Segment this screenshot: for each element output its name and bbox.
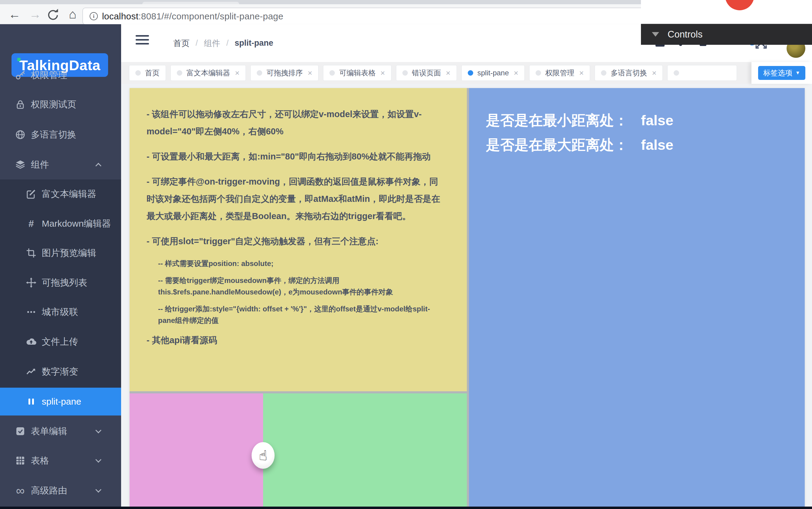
address-bar[interactable]: i localhost:8081/#/component/split-pane-…	[83, 7, 645, 25]
tag-permission[interactable]: 权限管理 ×	[529, 65, 590, 81]
sidebar-item-table[interactable]: 表格	[0, 447, 121, 475]
close-icon[interactable]: ×	[235, 68, 239, 78]
close-icon[interactable]: ×	[380, 68, 385, 78]
red-circle-icon[interactable]	[725, 0, 754, 10]
sidebar-item-label: 权限管理	[31, 69, 67, 81]
custom-drag-trigger[interactable]: ☝	[252, 442, 274, 469]
tag-dot-icon	[674, 70, 679, 76]
close-icon[interactable]: ×	[307, 68, 312, 78]
sidebar-item-advanced-router[interactable]: ∞ 高级路由	[0, 477, 121, 505]
tag-dot-icon	[329, 70, 335, 76]
tag-options-panel: 标签选项 ▼	[751, 62, 812, 84]
tag-home[interactable]: 首页	[129, 65, 166, 81]
close-icon[interactable]: ×	[652, 68, 656, 78]
ellipsis-icon	[26, 306, 37, 318]
sidebar-item-form-edit[interactable]: 表单编辑	[0, 417, 121, 445]
split-left-top-pane: - 该组件可以拖动修改左右尺寸，还可以绑定v-model来设置，如设置v-mod…	[130, 88, 467, 391]
chevron-down-icon	[95, 456, 101, 463]
at-max-label: 是否是在最大距离处：	[486, 137, 628, 153]
sidebar-item-label: 数字渐变	[42, 366, 78, 378]
tag-split-pane[interactable]: split-pane ×	[461, 65, 525, 81]
breadcrumb-components[interactable]: 组件	[204, 38, 220, 49]
hand-cursor-icon: ☝	[259, 447, 267, 464]
crop-icon	[26, 247, 37, 259]
sidebar-item-label: 富文本编辑器	[42, 188, 96, 200]
desktop-edge	[0, 507, 812, 509]
tag-options-button[interactable]: 标签选项 ▼	[758, 66, 805, 80]
breadcrumb-separator: /	[226, 38, 229, 48]
split-right-pane: 是否是在最小距离处：false 是否是在最大距离处：false	[469, 88, 805, 507]
tag-language[interactable]: 多语言切换 ×	[595, 65, 663, 81]
doc-note: -- 需要给trigger绑定mousedown事件，绑定的方法调用this.$…	[158, 275, 446, 298]
reload-icon[interactable]	[46, 8, 61, 23]
close-icon[interactable]: ×	[514, 68, 518, 78]
tag-error-page[interactable]: 错误页面 ×	[396, 65, 457, 81]
chevron-down-icon	[95, 486, 101, 493]
doc-note: -- 样式需要设置position: absolute;	[158, 258, 446, 269]
pause-icon	[26, 396, 37, 407]
sidebar-item-permission[interactable]: 权限管理	[0, 61, 121, 89]
split-pane-container: - 该组件可以拖动修改左右尺寸，还可以绑定v-model来设置，如设置v-mod…	[130, 88, 805, 507]
checkbox-icon	[14, 426, 26, 437]
sidebar-item-permission-test[interactable]: 权限测试页	[0, 91, 121, 118]
breadcrumb-current: split-pane	[235, 38, 273, 48]
sidebar-item-number-gradient[interactable]: 数字渐变	[0, 358, 121, 385]
tag-dot-icon	[135, 70, 141, 76]
vertical-split-trigger[interactable]	[467, 88, 469, 507]
sidebar-item-label: 城市级联	[42, 306, 78, 318]
cloud-upload-icon	[26, 336, 37, 347]
sidebar-item-label: 可拖拽列表	[42, 277, 87, 289]
url-host: localhost	[102, 11, 138, 21]
home-icon[interactable]: ⌂	[65, 7, 80, 22]
at-min-value: false	[641, 112, 673, 128]
layers-icon	[14, 159, 26, 170]
controls-bar[interactable]: Controls	[641, 24, 812, 45]
sidebar-item-label: 表格	[31, 454, 49, 467]
sidebar-item-file-upload[interactable]: 文件上传	[0, 328, 121, 355]
sidebar-item-label: 权限测试页	[31, 98, 76, 111]
sidebar-item-label: Markdown编辑器	[42, 217, 111, 230]
chevron-up-icon	[95, 163, 101, 169]
at-max-line: 是否是在最大距离处：false	[486, 133, 805, 157]
caret-down-icon: ▼	[795, 70, 800, 76]
sidebar-item-rich-text-editor[interactable]: 富文本编辑器	[0, 180, 121, 208]
tag-list: 首页 富文本编辑器 × 可拖拽排序 × 可编辑表格 × 错误页面 ×	[129, 65, 737, 81]
move-icon	[26, 277, 37, 289]
sidebar-item-image-preview[interactable]: 图片预览编辑	[0, 239, 121, 267]
tag-dot-icon	[535, 70, 541, 76]
sidebar-item-split-pane[interactable]: split-pane	[0, 388, 121, 415]
doc-note: -- 给trigger添加:style="{width: offset + '%…	[158, 303, 446, 326]
tag-draggable-sort[interactable]: 可拖拽排序 ×	[250, 65, 319, 81]
sidebar-item-markdown-editor[interactable]: # Markdown编辑器	[0, 210, 121, 238]
sidebar-item-city-cascade[interactable]: 城市级联	[0, 298, 121, 326]
url-text[interactable]: localhost:8081/#/component/split-pane-pa…	[102, 11, 283, 22]
doc-paragraph: - 可设置最小和最大距离，如:min="80"即向右拖动到80%处就不能再拖动	[147, 148, 446, 165]
split-bottom-right-pane	[263, 394, 467, 507]
controls-title: Controls	[668, 29, 703, 40]
sidebar-item-draggable-list[interactable]: 可拖拽列表	[0, 269, 121, 297]
chevron-down-icon	[95, 427, 101, 433]
sidebar-item-components[interactable]: 组件	[0, 151, 121, 178]
site-info-icon[interactable]: i	[90, 12, 98, 20]
close-icon[interactable]: ×	[579, 68, 584, 78]
sidebar-item-language[interactable]: 多语言切换	[0, 121, 121, 148]
tag-dot-icon	[601, 70, 607, 76]
forward-icon[interactable]: →	[28, 7, 42, 22]
sidebar-item-label: 表单编辑	[31, 425, 67, 438]
tag-editable-table[interactable]: 可编辑表格 ×	[323, 65, 391, 81]
breadcrumb-home[interactable]: 首页	[173, 38, 190, 49]
tag-dot-icon	[177, 70, 182, 76]
back-icon[interactable]: ←	[7, 7, 22, 22]
close-icon[interactable]: ×	[446, 68, 451, 78]
doc-notes: -- 样式需要设置position: absolute; -- 需要给trigg…	[158, 258, 446, 326]
horizontal-split-trigger[interactable]	[130, 391, 467, 394]
tag-partial[interactable]	[667, 65, 737, 81]
globe-icon	[14, 129, 26, 140]
tag-rich-text-editor[interactable]: 富文本编辑器 ×	[170, 65, 246, 81]
key-icon	[14, 69, 26, 81]
sidebar: TalkingData 权限管理 权限测试页 多语言切换 组件	[0, 24, 121, 507]
browser-tab[interactable]	[142, 2, 239, 4]
doc-paragraph: - 可使用slot="trigger"自定义拖动触发器，但有三个注意点:	[147, 233, 446, 250]
menu-toggle-icon[interactable]	[136, 35, 149, 46]
caret-down-icon	[652, 32, 659, 37]
